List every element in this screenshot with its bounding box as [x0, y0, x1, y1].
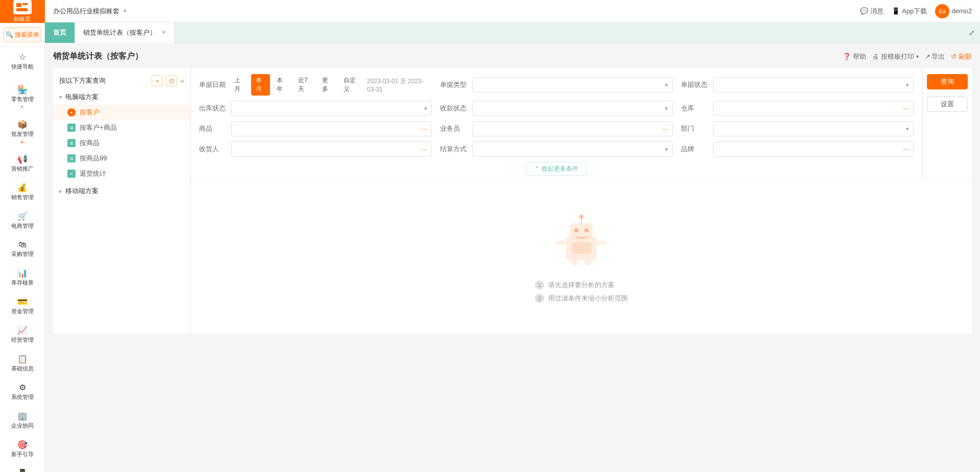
- message-button[interactable]: 💬 消息: [860, 7, 884, 16]
- edit-scheme-button[interactable]: ⊙: [166, 75, 177, 86]
- sidebar-item-enterprise[interactable]: 🏢 企业协同: [0, 406, 44, 435]
- system-label: 系统管理: [11, 393, 34, 401]
- bar-scheme-icon: ≡: [67, 170, 76, 178]
- settings-button[interactable]: 设置: [927, 97, 968, 112]
- sidebar-item-basic-info[interactable]: 📋 基础信息: [0, 349, 44, 377]
- scheme-item-by-product-99[interactable]: ⊞ 按商品99: [53, 151, 190, 166]
- salesperson-input[interactable]: [472, 121, 673, 136]
- date-tab-custom[interactable]: 自定义: [339, 74, 363, 96]
- filter-row-2: 出库状态 ▾ 收款状态 ▾: [199, 101, 914, 116]
- empty-tip-1: 1 请先选择要分析的方案: [535, 280, 628, 290]
- header-dropdown-icon[interactable]: ▾: [124, 8, 127, 14]
- collapse-button[interactable]: ⌃ 收起更多条件: [526, 162, 587, 176]
- order-type-input[interactable]: ▾: [472, 77, 673, 92]
- operations-icon: 📈: [17, 325, 28, 335]
- print-button[interactable]: 🖨 按模板打印 ▾: [872, 52, 919, 61]
- query-button[interactable]: 查询: [927, 74, 968, 89]
- product-input[interactable]: [231, 121, 432, 136]
- recipient-input[interactable]: [231, 141, 432, 157]
- sidebar-item-ecommerce[interactable]: 🛒 电商管理: [0, 206, 44, 235]
- header: 办公用品行业模拟账套 ▾ 💬 消息 📱 App下载 Ea demo2: [45, 0, 980, 22]
- basic-info-icon: 📋: [17, 354, 28, 364]
- date-tab-last-7-days[interactable]: 近7天: [293, 74, 315, 96]
- header-title: 办公用品行业模拟账套: [53, 7, 119, 16]
- department-label: 部门: [681, 124, 709, 133]
- date-tab-current-year[interactable]: 本年: [272, 74, 291, 96]
- tab-sales-stats[interactable]: 销货单统计表（按客户） ✕: [75, 22, 175, 43]
- search-menu-section[interactable]: 🔍 搜索菜单: [0, 23, 44, 47]
- payment-status-input[interactable]: ▾: [472, 101, 673, 116]
- order-status-input[interactable]: ▾: [713, 77, 914, 92]
- filter-recipient: 收货人: [199, 141, 432, 157]
- scheme-group-mobile-toggle[interactable]: ▸ 移动端方案: [53, 183, 190, 199]
- svg-rect-0: [16, 3, 21, 7]
- search-menu-button[interactable]: 🔍 搜索菜单: [3, 27, 41, 42]
- scheme-header-actions: + ⊙ «: [152, 75, 184, 86]
- scheme-group-desktop-label: 电脑端方案: [65, 92, 99, 102]
- export-button[interactable]: ↗ 导出: [925, 52, 945, 61]
- avatar-text: Ea: [939, 8, 946, 14]
- scheme-item-return-stats[interactable]: ≡ 退货统计: [53, 166, 190, 181]
- shipment-status-input[interactable]: ▾: [231, 101, 432, 116]
- sidebar-item-sales[interactable]: 💰 销售管理: [0, 178, 44, 206]
- action-bar: 查询 设置: [922, 68, 972, 178]
- marketing-label: 营销推广: [11, 165, 34, 173]
- scheme-item-by-product[interactable]: ⊞ 按商品: [53, 135, 190, 151]
- tab-expand-button[interactable]: ⤢: [964, 29, 980, 37]
- date-tab-current-month[interactable]: 本月: [251, 74, 271, 96]
- sidebar-item-retail[interactable]: 🏪 零售管理 ▾: [0, 80, 44, 114]
- purchase-icon: 🛍: [18, 240, 27, 249]
- sidebar-item-marketing[interactable]: 📢 营销推广: [0, 149, 44, 178]
- sidebar-item-quick-nav[interactable]: ☆ 快捷导航: [0, 47, 44, 76]
- sidebar-item-finance[interactable]: 💳 资金管理: [0, 292, 44, 320]
- payment-status-chevron: ▾: [665, 105, 668, 112]
- print-icon: 🖨: [872, 53, 879, 60]
- payment-method-input[interactable]: ▾: [472, 141, 673, 157]
- svg-rect-10: [597, 241, 607, 245]
- export-label: 导出: [932, 52, 945, 61]
- date-tab-last-month[interactable]: 上月: [230, 74, 249, 96]
- payment-method-chevron: ▾: [665, 146, 668, 153]
- sidebar-item-operations[interactable]: 📈 经营管理: [0, 320, 44, 349]
- sidebar-item-app-center[interactable]: 📱 应用中心: [0, 463, 44, 472]
- collapse-scheme-icon[interactable]: «: [180, 77, 184, 85]
- wholesale-label: 批发管理: [11, 130, 34, 138]
- add-scheme-button[interactable]: +: [152, 75, 163, 86]
- sidebar-item-wholesale[interactable]: 📦 批发管理 ▴: [0, 114, 44, 149]
- scheme-header: 按以下方案查询 + ⊙ «: [53, 72, 190, 89]
- date-tab-more[interactable]: 更多: [317, 74, 337, 96]
- tab-home[interactable]: 首页: [45, 22, 75, 43]
- payment-method-label: 结算方式: [440, 145, 468, 154]
- warehouse-input[interactable]: [713, 101, 914, 116]
- empty-tips: 1 请先选择要分析的方案 2 用过滤条件来缩小分析范围: [535, 280, 628, 303]
- scheme-item-by-product-99-label: 按商品99: [80, 154, 107, 163]
- department-input[interactable]: ▾: [713, 121, 914, 136]
- tab-close-icon[interactable]: ✕: [161, 29, 166, 36]
- empty-state: 1 请先选择要分析的方案 2 用过滤条件来缩小分析范围: [191, 178, 972, 334]
- scheme-group-desktop-toggle[interactable]: ▾ 电脑端方案: [53, 89, 190, 105]
- filter-salesperson: 业务员: [440, 121, 673, 136]
- help-button[interactable]: ❓ 帮助: [843, 52, 866, 61]
- sidebar-item-system[interactable]: ⚙ 系统管理: [0, 377, 44, 406]
- scheme-item-by-customer[interactable]: ● 按客户: [53, 105, 190, 120]
- message-icon: 💬: [860, 7, 868, 15]
- svg-rect-13: [572, 242, 591, 253]
- search-icon: 🔍: [6, 31, 13, 38]
- help-label: 帮助: [853, 52, 866, 61]
- user-menu[interactable]: Ea demo2: [935, 4, 972, 18]
- order-type-chevron: ▾: [665, 82, 668, 88]
- empty-tip-2: 2 用过滤条件来缩小分析范围: [535, 294, 628, 303]
- department-chevron: ▾: [906, 126, 909, 132]
- app-logo: 标账页: [0, 0, 45, 23]
- sidebar-item-new-guide[interactable]: 🎯 新手引导: [0, 435, 44, 463]
- svg-rect-4: [570, 223, 593, 240]
- scheme-item-by-customer-product[interactable]: ⊞ 按客户+商品: [53, 120, 190, 135]
- app-download-button[interactable]: 📱 App下载: [892, 7, 927, 16]
- filter-shipment-status: 出库状态 ▾: [199, 101, 432, 116]
- filter-warehouse: 仓库: [681, 101, 914, 116]
- sidebar-item-inventory[interactable]: 📊 库存核算: [0, 263, 44, 292]
- tab-bar: 首页 销货单统计表（按客户） ✕ ⤢: [45, 22, 980, 43]
- sidebar-item-purchase[interactable]: 🛍 采购管理: [0, 235, 44, 263]
- brand-input[interactable]: [713, 141, 914, 157]
- refresh-button[interactable]: ↺ 刷新: [951, 52, 972, 61]
